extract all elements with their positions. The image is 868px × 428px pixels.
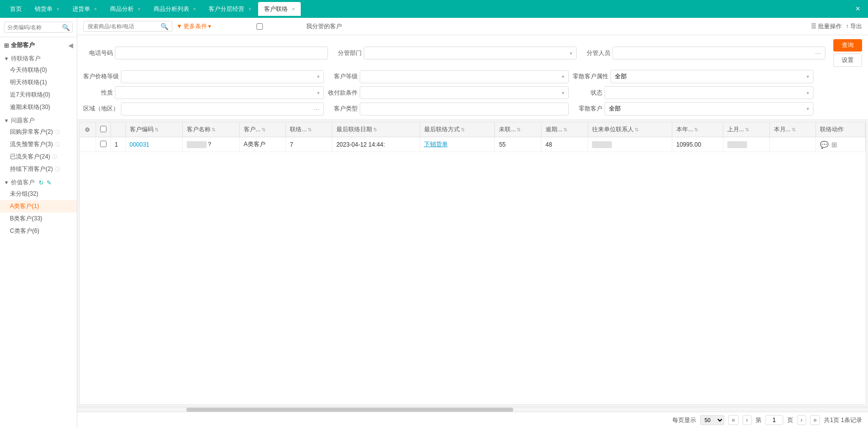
col-contact[interactable]: 联络...⇅ bbox=[286, 122, 332, 137]
col-overdue[interactable]: 逾期...⇅ bbox=[542, 122, 588, 137]
col-code[interactable]: 客户编码⇅ bbox=[125, 122, 182, 137]
filter-dept-select[interactable]: ▾ bbox=[364, 47, 577, 59]
last-method-link[interactable]: 下销货单 bbox=[424, 141, 448, 148]
row-code[interactable]: 000031 bbox=[125, 137, 182, 152]
first-page-button[interactable]: « bbox=[728, 415, 739, 425]
value-group-refresh-icon[interactable]: ↻ bbox=[39, 179, 44, 186]
tab-product-list-close[interactable]: × bbox=[193, 6, 196, 12]
row-last-method[interactable]: 下销货单 bbox=[420, 137, 495, 152]
sidebar-item-overdue[interactable]: 逾期未联络(30) bbox=[0, 101, 77, 113]
col-category[interactable]: 客户...⇅ bbox=[239, 122, 286, 137]
filter-retail-customer-select[interactable]: 全部▾ bbox=[604, 102, 814, 115]
sidebar-item-tomorrow[interactable]: 明天待联络(1) bbox=[0, 76, 77, 89]
tab-sales-close[interactable]: × bbox=[56, 6, 59, 12]
tab-product-list[interactable]: 商品分析列表 × bbox=[148, 2, 202, 16]
my-customers-checkbox[interactable] bbox=[215, 23, 304, 30]
sidebar-item-declining[interactable]: 持续下滑客户(2) ⓘ bbox=[0, 163, 77, 175]
page-number-input[interactable] bbox=[765, 415, 783, 425]
tab-sales-order[interactable]: 销货单 × bbox=[29, 2, 65, 16]
col-unit-contact[interactable]: 往来单位联系人⇅ bbox=[588, 122, 672, 137]
more-icon[interactable]: ⊞ bbox=[831, 141, 837, 149]
sidebar-group-value[interactable]: ▼ 价值客户 ↻ ✎ bbox=[0, 175, 77, 188]
filter-customer-type-label: 客户类型 bbox=[328, 105, 358, 113]
value-group-edit-icon[interactable]: ✎ bbox=[47, 179, 52, 186]
filter-customer-type-input[interactable] bbox=[360, 103, 569, 115]
tab-product-analysis-close[interactable]: × bbox=[138, 6, 141, 12]
col-last-date[interactable]: 最后联络日期⇅ bbox=[332, 122, 420, 137]
sidebar-group-problem[interactable]: ▼ 问题客户 bbox=[0, 113, 77, 126]
category-sort-icon: ⇅ bbox=[262, 127, 266, 132]
region-dots-icon[interactable]: ··· bbox=[314, 105, 320, 113]
tab-home[interactable]: 首页 bbox=[4, 2, 28, 16]
sidebar-item-unclassified[interactable]: 未分组(32) bbox=[0, 188, 77, 200]
filter-customer-level-label: 客户等级 bbox=[328, 72, 358, 81]
col-last-month[interactable]: 上月...⇅ bbox=[723, 122, 769, 137]
main-search-icon[interactable]: 🔍 bbox=[161, 23, 168, 30]
filter-nature-select[interactable]: ▾ bbox=[115, 86, 324, 99]
filter-payment-select[interactable]: ▾ bbox=[360, 86, 569, 99]
col-name[interactable]: 客户名称⇅ bbox=[182, 122, 239, 137]
filter-status-select[interactable]: ▾ bbox=[604, 86, 814, 99]
filter-status-label: 状态 bbox=[573, 89, 602, 97]
tab-customer-contact-close[interactable]: × bbox=[292, 6, 295, 12]
lost-warning-info-icon: ⓘ bbox=[55, 141, 60, 148]
sidebar-item-overdue-label: 逾期未联络(30) bbox=[10, 103, 50, 111]
code-sort-icon: ⇅ bbox=[155, 127, 159, 132]
settings-button[interactable]: 设置 bbox=[833, 54, 862, 67]
tab-customer-segment-close[interactable]: × bbox=[248, 6, 251, 12]
last-page-button[interactable]: » bbox=[810, 415, 820, 425]
tab-purchase-close[interactable]: × bbox=[94, 6, 97, 12]
horizontal-scrollbar[interactable] bbox=[77, 407, 868, 412]
export-button[interactable]: ↑ 导出 bbox=[846, 22, 862, 31]
select-all-checkbox[interactable] bbox=[100, 126, 107, 132]
filter-nature-label: 性质 bbox=[83, 89, 113, 97]
col-gear[interactable]: ⚙ bbox=[80, 122, 96, 137]
filter-price-level-select[interactable]: ▾ bbox=[121, 70, 324, 83]
sidebar-collapse-button[interactable]: ◀ bbox=[68, 42, 73, 49]
row-checkbox[interactable] bbox=[100, 141, 107, 147]
manager-dots-icon[interactable]: ··· bbox=[815, 49, 821, 57]
tab-customer-segment[interactable]: 客户分层经营 × bbox=[203, 2, 257, 16]
tab-purchase[interactable]: 进货单 × bbox=[66, 2, 103, 16]
prev-page-button[interactable]: ‹ bbox=[743, 415, 752, 425]
sidebar-item-abnormal[interactable]: 回购异常客户(2) ⓘ bbox=[0, 126, 77, 138]
next-page-button[interactable]: › bbox=[797, 415, 806, 425]
filter-manager-input[interactable]: ··· bbox=[612, 47, 825, 59]
sidebar-search-icon[interactable]: 🔍 bbox=[62, 24, 70, 31]
tab-customer-contact[interactable]: 客户联络 × bbox=[258, 2, 301, 16]
tab-product-analysis[interactable]: 商品分析 × bbox=[104, 2, 147, 16]
close-all-button[interactable]: × bbox=[852, 4, 864, 13]
filter-row-4: 区域（地区） ··· 客户类型 零散客户 全部▾ bbox=[83, 102, 862, 115]
sidebar-item-class-c[interactable]: C类客户(6) bbox=[0, 225, 77, 237]
my-customers-filter: 我分管的客户 bbox=[215, 22, 342, 31]
sidebar-item-week[interactable]: 近7天待联络(0) bbox=[0, 89, 77, 101]
chat-icon[interactable]: 💬 bbox=[820, 141, 828, 149]
page-suffix: 页 bbox=[787, 416, 793, 425]
payment-arrow-icon: ▾ bbox=[562, 90, 564, 96]
masked-name bbox=[187, 141, 207, 148]
sidebar-item-class-b[interactable]: B类客户(33) bbox=[0, 213, 77, 225]
my-customers-label: 我分管的客户 bbox=[306, 22, 342, 31]
col-this-month[interactable]: 本月...⇅ bbox=[769, 122, 816, 137]
sidebar-group-pending[interactable]: ▼ 待联络客户 bbox=[0, 52, 77, 64]
batch-op-button[interactable]: ☰ 批量操作 bbox=[811, 22, 842, 31]
table-header-row: ⚙ 客户编码⇅ 客户名称⇅ 客户...⇅ bbox=[80, 122, 866, 137]
filter-phone-input[interactable] bbox=[115, 47, 328, 59]
col-last-method[interactable]: 最后联络方式⇅ bbox=[420, 122, 495, 137]
filter-region: 区域（地区） ··· bbox=[83, 103, 324, 115]
sidebar-item-lost[interactable]: 已流失客户(24) ⓘ bbox=[0, 151, 77, 163]
filter-customer-level-select[interactable]: ▾ bbox=[360, 70, 569, 83]
filter-retail-attr-select[interactable]: 全部▾ bbox=[610, 70, 814, 83]
filter-region-input[interactable]: ··· bbox=[121, 103, 324, 115]
sidebar-item-class-a[interactable]: A类客户(1) bbox=[0, 200, 77, 213]
col-uncontacted[interactable]: 未联...⇅ bbox=[495, 122, 542, 137]
col-this-year[interactable]: 本年...⇅ bbox=[672, 122, 723, 137]
table-row: 1 000031 ？ A类客户 7 2023-04-12 14:44: 下销货单… bbox=[80, 137, 866, 152]
main-search-input[interactable] bbox=[83, 21, 172, 32]
query-button[interactable]: 查询 bbox=[833, 39, 862, 52]
more-filters-button[interactable]: ▼ 更多条件 ▾ bbox=[176, 22, 211, 31]
scrollbar-thumb[interactable] bbox=[186, 408, 513, 412]
sidebar-item-today[interactable]: 今天待联络(0) bbox=[0, 64, 77, 76]
per-page-select[interactable]: 50 100 200 bbox=[700, 415, 724, 425]
sidebar-item-lost-warning[interactable]: 流失预警客户(3) ⓘ bbox=[0, 138, 77, 151]
